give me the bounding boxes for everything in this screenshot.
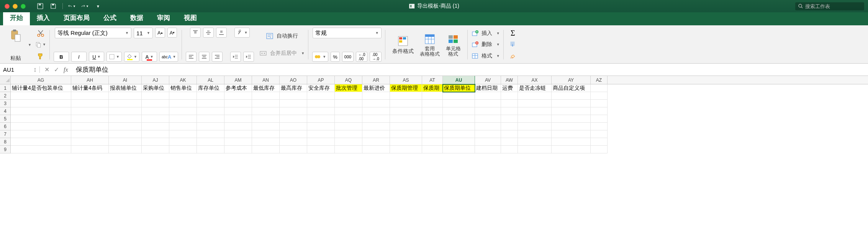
cell-AW8[interactable] [501,138,518,146]
cell-AY8[interactable] [552,138,591,146]
cell-AP6[interactable] [307,123,335,130]
redo-button[interactable]: ▼ [81,2,89,10]
column-header-AK[interactable]: AK [169,76,197,84]
name-box[interactable]: AU1 ▲▼ [0,66,40,73]
cell-AY5[interactable] [552,115,591,123]
cell-AH7[interactable] [71,130,109,138]
underline-button[interactable]: U▼ [89,52,104,62]
merge-center-button[interactable]: 合并后居中 ▼ [259,50,305,57]
row-header-2[interactable]: 2 [0,92,11,100]
cell-AW3[interactable] [501,100,518,107]
conditional-format-button[interactable]: 条件格式 [389,28,417,62]
tab-view[interactable]: 视图 [177,11,204,25]
cell-AW2[interactable] [501,92,518,100]
autosave-toggle[interactable] [36,2,44,10]
column-header-AI[interactable]: AI [109,76,142,84]
cell-AO7[interactable] [280,130,307,138]
cell-AX4[interactable] [518,107,552,115]
cell-styles-button[interactable]: 单元格 格式 [443,28,464,62]
cell-AZ6[interactable] [591,123,608,130]
column-header-AP[interactable]: AP [307,76,335,84]
confirm-formula-button[interactable]: ✓ [54,66,59,73]
increase-indent-button[interactable] [243,52,254,62]
cell-AQ3[interactable] [335,100,362,107]
column-header-AH[interactable]: AH [71,76,109,84]
cell-AH5[interactable] [71,115,109,123]
cell-AT3[interactable] [422,100,443,107]
customize-qat-button[interactable]: ▼ [94,2,102,10]
cell-AW9[interactable] [501,146,518,153]
tab-review[interactable]: 审阅 [150,11,177,25]
maximize-window-button[interactable] [21,4,26,9]
cell-AX3[interactable] [518,100,552,107]
cell-AH3[interactable] [71,100,109,107]
cell-AQ9[interactable] [335,146,362,153]
align-right-button[interactable] [212,52,223,62]
cell-AV1[interactable]: 建档日期 [475,84,501,92]
cell-AI3[interactable] [109,100,142,107]
cell-AP4[interactable] [307,107,335,115]
cell-AV5[interactable] [475,115,501,123]
cell-AQ7[interactable] [335,130,362,138]
undo-button[interactable]: ▼ [68,2,76,10]
cell-AQ1[interactable]: 批次管理 [335,84,362,92]
paste-button[interactable] [7,28,25,44]
cell-AZ8[interactable] [591,138,608,146]
row-header-8[interactable]: 8 [0,138,11,146]
cell-AN9[interactable] [252,146,280,153]
format-painter-button[interactable] [35,51,46,61]
cell-AZ9[interactable] [591,146,608,153]
cell-AY7[interactable] [552,130,591,138]
cell-AY2[interactable] [552,92,591,100]
cell-AR6[interactable] [362,123,390,130]
close-window-button[interactable] [5,4,10,9]
cell-AV7[interactable] [475,130,501,138]
cell-AO4[interactable] [280,107,307,115]
cell-AZ4[interactable] [591,107,608,115]
cell-AS9[interactable] [390,146,422,153]
row-header-7[interactable]: 7 [0,130,11,138]
cell-AY9[interactable] [552,146,591,153]
cell-AX8[interactable] [518,138,552,146]
cell-AY6[interactable] [552,123,591,130]
cell-AU3[interactable] [443,100,475,107]
cell-AJ4[interactable] [142,107,169,115]
name-box-stepper[interactable]: ▲▼ [34,67,36,72]
column-header-AS[interactable]: AS [390,76,422,84]
row-header-9[interactable]: 9 [0,146,11,153]
cell-AN6[interactable] [252,123,280,130]
cell-AI8[interactable] [109,138,142,146]
delete-cells-button[interactable]: 删除▼ [472,41,500,48]
cell-AV8[interactable] [475,138,501,146]
phonetic-button[interactable]: abcA▼ [159,52,178,62]
cell-AL3[interactable] [197,100,224,107]
tab-insert[interactable]: 插入 [30,11,57,25]
cell-AJ8[interactable] [142,138,169,146]
cell-AS6[interactable] [390,123,422,130]
cell-AK5[interactable] [169,115,197,123]
row-header-5[interactable]: 5 [0,115,11,123]
row-header-3[interactable]: 3 [0,100,11,107]
cell-AP1[interactable]: 安全库存 [307,84,335,92]
number-format-select[interactable]: 常规▼ [313,28,382,38]
column-header-AJ[interactable]: AJ [142,76,169,84]
cell-AT4[interactable] [422,107,443,115]
cell-AS4[interactable] [390,107,422,115]
cell-AR3[interactable] [362,100,390,107]
insert-cells-button[interactable]: 插入▼ [472,30,500,37]
search-box[interactable] [795,2,864,10]
cell-AK3[interactable] [169,100,197,107]
cell-AS8[interactable] [390,138,422,146]
cancel-formula-button[interactable]: ✕ [44,66,49,73]
cell-AR7[interactable] [362,130,390,138]
cell-AR9[interactable] [362,146,390,153]
cell-AU6[interactable] [443,123,475,130]
fill-button[interactable] [508,39,518,50]
cell-AK4[interactable] [169,107,197,115]
cell-AL5[interactable] [197,115,224,123]
cell-AQ5[interactable] [335,115,362,123]
tab-data[interactable]: 数据 [123,11,150,25]
cell-AY1[interactable]: 商品自定义项 [552,84,591,92]
cell-AG4[interactable] [11,107,71,115]
autosum-button[interactable]: Σ [508,28,518,39]
